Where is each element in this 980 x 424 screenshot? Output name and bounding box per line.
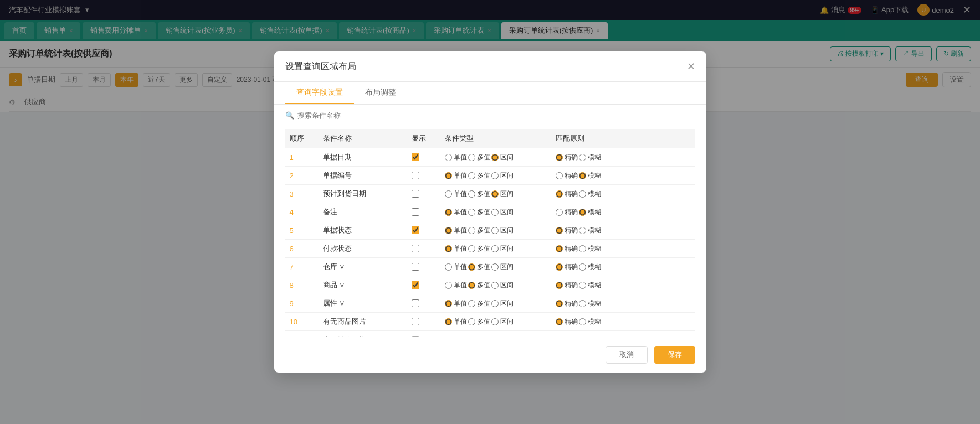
dialog-overlay: 设置查询区域布局 ✕ 查询字段设置 布局调整 🔍 顺序 条件名称 显示 [0,0,980,112]
dialog-close-btn[interactable]: ✕ [687,60,695,73]
search-input[interactable] [297,111,397,112]
dialog-header: 设置查询区域布局 ✕ [274,51,706,82]
dialog-title: 设置查询区域布局 [285,61,356,73]
dialog-tabs: 查询字段设置 布局调整 [274,82,706,105]
dialog-search-area: 🔍 [274,105,706,112]
dialog-tab-layout[interactable]: 布局调整 [354,82,407,104]
dialog-tab-fields[interactable]: 查询字段设置 [285,82,354,104]
search-icon: 🔍 [285,111,294,112]
search-box: 🔍 [285,111,407,112]
settings-dialog: 设置查询区域布局 ✕ 查询字段设置 布局调整 🔍 顺序 条件名称 显示 [274,51,706,112]
